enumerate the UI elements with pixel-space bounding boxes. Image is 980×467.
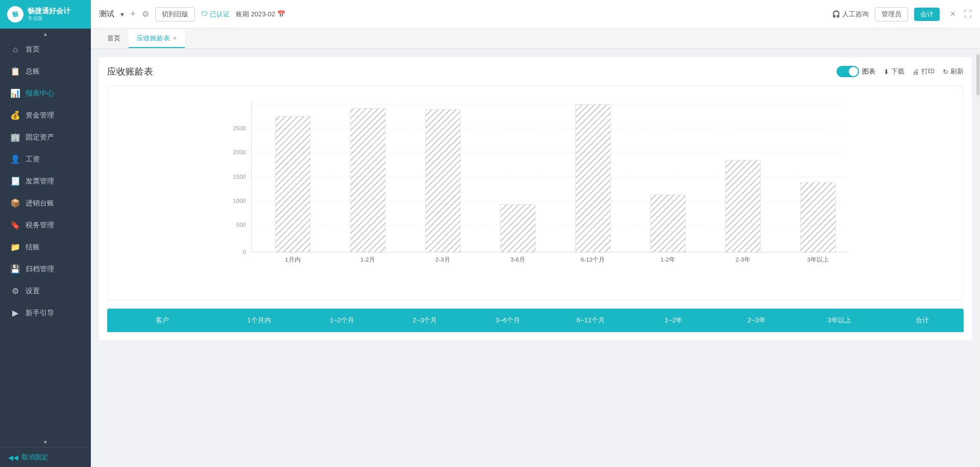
sidebar-icon-salary: 👤 [10,154,20,164]
sidebar-icon-capital: 💰 [10,110,20,120]
svg-text:2-3月: 2-3月 [435,256,450,263]
expand-icon[interactable]: ⛶ [964,10,972,19]
certified-icon: 🛡 [201,10,208,18]
print-button[interactable]: 🖨 打印 [913,67,935,76]
period-display: 账期 2023-02 📅 [236,10,286,19]
close-icon[interactable]: × [950,9,955,19]
sidebar-scroll-down[interactable]: ▼ [0,437,91,447]
svg-text:2500: 2500 [233,125,246,131]
sidebar-label-settings: 设置 [26,287,40,296]
settings-icon[interactable]: ⚙ [142,9,149,19]
certified-badge: 🛡 已认证 [201,10,230,19]
add-company-button[interactable]: + [130,9,136,19]
sidebar-item-assets[interactable]: 🏢 固定资产 [0,126,91,148]
svg-rect-29 [801,182,836,252]
svg-text:1月内: 1月内 [285,256,300,263]
sidebar-item-reports[interactable]: 📊 报表中心 [0,82,91,104]
service-label: 人工咨询 [842,10,869,19]
sidebar-icon-closing: 📁 [10,242,20,252]
sidebar-icon-assets: 🏢 [10,132,20,142]
sidebar-item-capital[interactable]: 💰 资金管理 [0,104,91,126]
admin-button[interactable]: 管理员 [875,7,908,21]
table-header-cell: 客户 [107,309,218,332]
table-header-cell: 3~6个月 [467,309,549,332]
sidebar-label-capital: 资金管理 [26,111,54,120]
svg-rect-15 [276,116,310,252]
svg-text:2-3年: 2-3年 [736,256,750,263]
sidebar-label-reports: 报表中心 [26,89,54,98]
sidebar-icon-reports: 📊 [10,88,20,98]
company-name: 测试 [99,9,114,19]
sidebar-label-guide: 新手引导 [26,309,54,318]
page-container: 应收账龄表 图表 ⬇ 下载 🖨 打印 [99,57,972,340]
tab-label: 首页 [107,34,120,43]
service-button[interactable]: 🎧 人工咨询 [832,10,869,19]
bar-chart: 0 500 1000 1500 2000 2500 1月内 [118,97,953,290]
scrollbar-thumb [976,54,979,95]
sidebar-item-home[interactable]: ⌂ 首页 [0,39,91,60]
calendar-icon[interactable]: 📅 [277,10,285,18]
sidebar-scroll-up[interactable]: ▲ [0,29,91,39]
sidebar-item-tax[interactable]: 🔖 税务管理 [0,214,91,236]
svg-rect-19 [426,109,460,252]
content-scrollbar[interactable] [976,49,980,467]
sidebar: 畅 畅捷通好会计 专业版 ▲ ⌂ 首页 📋 总账 📊 报表中心 💰 资金管理 🏢… [0,0,91,467]
company-dropdown[interactable]: ▾ [120,10,124,18]
sidebar-label-invoice: 发票管理 [26,177,54,186]
role-button[interactable]: 会计 [914,8,940,21]
refresh-icon: ↻ [943,68,948,76]
table-header-cell: 合计 [881,309,964,332]
page-title: 应收账龄表 [107,65,153,78]
sidebar-pin-label: 取消固定 [21,453,48,462]
svg-text:1-2年: 1-2年 [660,256,675,263]
table-header: 客户1个月内1~2个月2~3个月3~6个月6~12个月1~2年2~3年3年以上合… [107,309,964,332]
sidebar-item-settings[interactable]: ⚙ 设置 [0,280,91,302]
tab-应收账龄表[interactable]: 应收账龄表× [129,30,185,48]
sidebar-pin-toggle[interactable]: ◀◀ 取消固定 [0,447,91,467]
toggle-switch[interactable] [837,66,859,77]
svg-text:0: 0 [243,249,246,255]
table-header-cell: 1~2年 [632,309,715,332]
svg-text:1500: 1500 [233,174,246,180]
sidebar-item-ledger[interactable]: 📋 总账 [0,60,91,82]
app-logo-icon: 畅 [7,6,23,22]
sidebar-item-closing[interactable]: 📁 结账 [0,236,91,258]
sidebar-item-guide[interactable]: ▶ 新手引导 [0,302,91,324]
sidebar-label-home: 首页 [26,45,40,54]
svg-rect-25 [651,195,685,252]
svg-text:500: 500 [236,222,246,228]
switch-version-button[interactable]: 切到旧版 [155,7,195,21]
sidebar-icon-settings: ⚙ [10,286,20,296]
print-label: 打印 [921,67,935,76]
sidebar-item-salary[interactable]: 👤 工资 [0,148,91,170]
download-label: 下载 [891,67,904,76]
sidebar-item-archive[interactable]: 💾 归档管理 [0,258,91,280]
download-button[interactable]: ⬇ 下载 [884,67,904,76]
table-header-cell: 1~2个月 [301,309,383,332]
sidebar-item-purchase[interactable]: 📦 进销台账 [0,192,91,214]
chart-area: 0 500 1000 1500 2000 2500 1月内 [107,86,964,300]
sidebar-icon-purchase: 📦 [10,198,20,208]
chart-toggle[interactable]: 图表 [837,66,875,77]
sidebar-label-archive: 归档管理 [26,265,54,274]
table-header-cell: 2~3个月 [383,309,466,332]
svg-text:1-2月: 1-2月 [360,256,375,263]
sidebar-icon-archive: 💾 [10,264,20,274]
tab-首页[interactable]: 首页 [99,30,129,48]
main-area: 测试 ▾ + ⚙ 切到旧版 🛡 已认证 账期 2023-02 📅 🎧 人工咨询 … [91,0,980,467]
sidebar-label-assets: 固定资产 [26,133,54,142]
content-area: 应收账龄表 图表 ⬇ 下载 🖨 打印 [91,49,980,467]
sidebar-label-tax: 税务管理 [26,221,54,230]
sidebar-item-invoice[interactable]: 🧾 发票管理 [0,170,91,192]
page-header: 应收账龄表 图表 ⬇ 下载 🖨 打印 [107,65,964,78]
refresh-label: 刷新 [950,67,964,76]
refresh-button[interactable]: ↻ 刷新 [943,67,964,76]
tab-label: 应收账龄表 [137,34,170,43]
certified-label: 已认证 [210,10,230,19]
tab-close-icon[interactable]: × [173,35,177,42]
download-icon: ⬇ [884,68,889,76]
table-header-cell: 3年以上 [798,309,880,332]
svg-text:2000: 2000 [233,149,246,155]
print-icon: 🖨 [913,68,919,76]
svg-rect-23 [576,105,610,252]
